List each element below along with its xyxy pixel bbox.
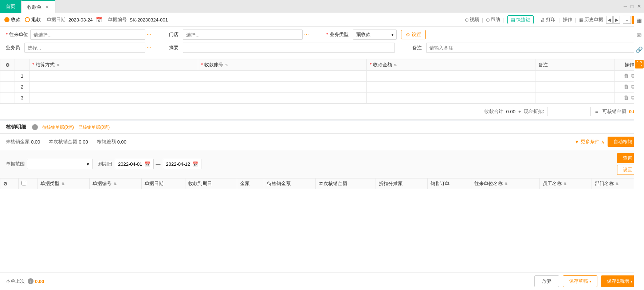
row-2-remark[interactable] (535, 82, 614, 93)
vcol-settings[interactable]: ⚙ (0, 179, 19, 189)
diff-stat: 核销差额 0.00 (97, 138, 126, 145)
row-2-delete-icon[interactable]: 🗑 (624, 84, 629, 90)
row-3-settle[interactable] (30, 93, 198, 103)
settings-button[interactable]: ⚙ 设置 (401, 30, 426, 39)
store-input[interactable] (183, 30, 303, 40)
vcol-dept-sort[interactable]: ⇅ (616, 182, 619, 186)
account-sort-icon[interactable]: ⇅ (225, 63, 228, 67)
nav-prev[interactable]: ◀ (606, 16, 613, 24)
tab-close-icon[interactable]: ✕ (45, 4, 49, 10)
pending-tab[interactable]: 待核销单据(0笔) (42, 124, 74, 130)
summary-input[interactable] (183, 43, 395, 53)
done-tab[interactable]: 已核销单据(0笔) (78, 124, 110, 130)
vcol-employee-label: 员工名称 (543, 181, 562, 186)
save-new-chevron-icon[interactable]: ▾ (631, 279, 632, 283)
tab-receipt[interactable]: 收款单 ✕ (21, 0, 55, 13)
store-more-icon[interactable]: ··· (304, 31, 309, 38)
tab-bar: 首页 收款单 ✕ ─ □ ✕ (0, 0, 644, 13)
row-3-delete-icon[interactable]: 🗑 (624, 95, 629, 101)
row-1-amount[interactable] (366, 71, 535, 82)
help-btn[interactable]: ⊙ 帮助 (486, 16, 500, 23)
salesperson-more-icon[interactable]: ··· (147, 44, 152, 51)
shortcut-btn[interactable]: ▤ 快捷键 (507, 15, 534, 24)
vcol-doctype: 单据类型 ⇅ (38, 179, 90, 189)
range-select[interactable]: ▾ (27, 159, 93, 169)
calendar-icon[interactable]: 📅 (96, 17, 102, 23)
footer-info-icon[interactable]: i (28, 278, 34, 284)
save-new-btn[interactable]: 保存&新增 ▾ (601, 275, 638, 287)
col-settings-header[interactable]: ⚙ (0, 59, 15, 71)
video-btn[interactable]: ⊙ 视频 (465, 16, 479, 23)
business-type-label: 业务类型 (326, 31, 349, 38)
total-value: 0.00 (506, 109, 515, 114)
due-date-label: 到期日 (98, 161, 113, 167)
minimize-icon[interactable]: ─ (624, 4, 627, 9)
shortcut-icon: ▤ (511, 17, 515, 23)
tab-home[interactable]: 首页 (0, 0, 21, 13)
verify-table-wrap: ⚙ 单据类型 ⇅ 单据编号 ⇅ 单据日期 收款到期日 金额 待 (0, 178, 644, 189)
table-row: 3 🗑 ⧉ (0, 93, 644, 103)
print-btn[interactable]: 🖨 打印 (541, 16, 555, 23)
chevron-down-icon: ▾ (392, 33, 393, 37)
row-3-remark[interactable] (535, 93, 614, 103)
sidebar-email-icon[interactable]: ✉ (635, 31, 644, 39)
save-draft-chevron-icon[interactable]: ▾ (589, 279, 591, 283)
counterpart-input[interactable] (30, 30, 145, 40)
more-conditions-btn[interactable]: ▼ 更多条件 ∧ (574, 138, 605, 145)
unchecked-label: 未核销金额 (6, 138, 30, 145)
discard-btn[interactable]: 放弃 (534, 275, 559, 287)
amount-sort-icon[interactable]: ⇅ (394, 63, 397, 67)
row-1-remark[interactable] (535, 71, 614, 82)
unchecked-stat: 未核销金额 0.00 (6, 138, 40, 145)
counterpart-more-icon[interactable]: ··· (147, 31, 152, 38)
list-view-btn[interactable]: ≡ (623, 16, 631, 24)
receipt-radio[interactable]: 收款 (4, 16, 20, 23)
vcol-employee-sort[interactable]: ⇅ (564, 182, 566, 186)
history-btn[interactable]: ▦ 历史单据 (579, 16, 603, 23)
discount-label: 现金折扣: (524, 108, 544, 115)
row-2-settle[interactable] (30, 82, 198, 93)
vcol-doctype-sort[interactable]: ⇅ (62, 182, 64, 186)
row-3-amount[interactable] (366, 93, 535, 103)
verify-filter: 单据范围 ▾ 到期日 2022-04-01 📅 — 2022-04-12 📅 (0, 150, 644, 178)
settle-sort-icon[interactable]: ⇅ (56, 63, 59, 67)
account-required-mark: * (201, 62, 203, 67)
nav-next[interactable]: ▶ (613, 16, 620, 24)
business-type-select[interactable]: 预收款 ▾ (353, 30, 397, 40)
verify-info-icon[interactable]: i (32, 124, 38, 130)
refund-radio[interactable]: 退款 (25, 16, 41, 23)
vcol-checkbox[interactable] (19, 179, 38, 189)
bill-last-label: 本单上次 (6, 278, 25, 285)
diff-value: 0.00 (117, 139, 126, 145)
sidebar-attachment-icon[interactable]: 🔗 (635, 45, 644, 54)
vcol-amount: 金额 (237, 179, 264, 189)
date-end-picker[interactable]: 2022-04-12 📅 (163, 159, 202, 169)
salesperson-label: 业务员 (6, 44, 20, 51)
maximize-icon[interactable]: □ (631, 4, 633, 9)
row-2-account[interactable] (198, 82, 366, 93)
save-draft-btn[interactable]: 保存草稿 ▾ (563, 275, 597, 287)
sidebar-expand-icon[interactable]: ⛶ (635, 60, 644, 68)
row-1-account[interactable] (198, 71, 366, 82)
print-icon: 🖨 (541, 17, 545, 23)
row-2-amount[interactable] (366, 82, 535, 93)
discount-input[interactable] (547, 107, 591, 116)
row-1-settle[interactable] (30, 71, 198, 82)
current-stat: 本次核销金额 0.00 (49, 138, 88, 145)
select-all-checkbox[interactable] (21, 181, 26, 185)
row-1-delete-icon[interactable]: 🗑 (624, 73, 629, 79)
salesperson-input[interactable] (24, 43, 145, 53)
vcol-counterpart-sort[interactable]: ⇅ (504, 182, 507, 186)
date-start-picker[interactable]: 2022-04-01 📅 (115, 159, 154, 169)
store-label: 门店 (169, 31, 178, 38)
row-3-account[interactable] (198, 93, 366, 103)
close-icon[interactable]: ✕ (637, 4, 641, 9)
form-row-1: 往来单位 ··· 门店 ··· 业务类型 预收款 ▾ ⚙ (6, 30, 638, 40)
form-section: 往来单位 ··· 门店 ··· 业务类型 预收款 ▾ ⚙ (0, 27, 644, 59)
operation-btn[interactable]: 操作 (563, 16, 572, 23)
vcol-docdate: 单据日期 (142, 179, 185, 189)
sidebar-table-icon[interactable]: ▦ (635, 16, 644, 25)
vcol-docno-sort[interactable]: ⇅ (114, 182, 117, 186)
remark-input[interactable] (426, 43, 638, 53)
verify-header: 核销明细 i 待核销单据(0笔) 已核销单据(0笔) (0, 121, 644, 134)
